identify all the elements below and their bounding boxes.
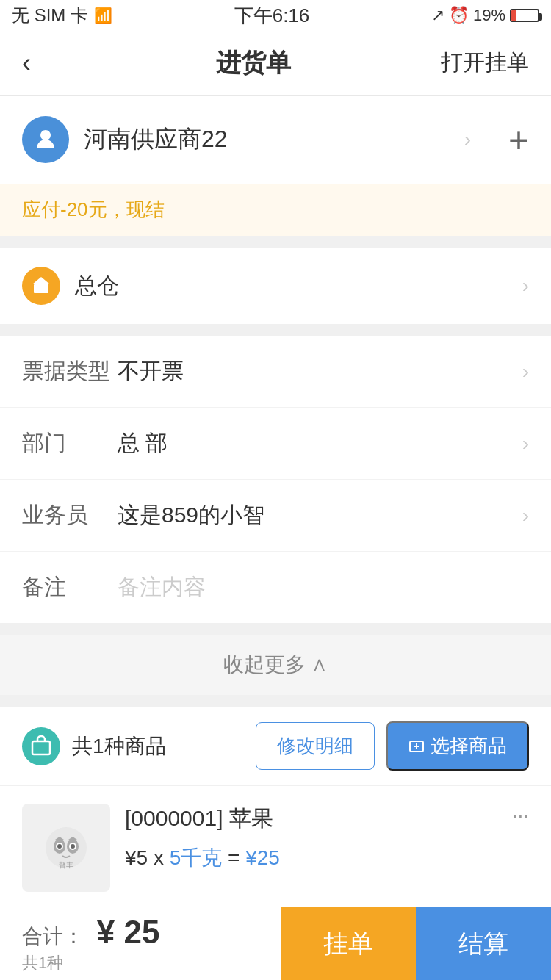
supplier-section: 河南供应商22 › + bbox=[0, 96, 551, 184]
svg-rect-1 bbox=[34, 284, 48, 293]
battery-percent: 19% bbox=[473, 6, 505, 25]
product-more-button[interactable]: ··· bbox=[512, 804, 529, 827]
products-count: 共1种商品 bbox=[72, 732, 244, 760]
notice-bar: 应付-20元，现结 bbox=[0, 184, 551, 236]
select-product-label: 选择商品 bbox=[431, 733, 507, 759]
products-icon bbox=[22, 727, 60, 765]
invoice-type-row[interactable]: 票据类型 不开票 › bbox=[0, 336, 551, 408]
warehouse-icon bbox=[22, 267, 60, 305]
invoice-value: 不开票 bbox=[118, 356, 515, 386]
svg-marker-2 bbox=[32, 277, 50, 284]
staff-label: 业务员 bbox=[22, 500, 118, 530]
staff-row[interactable]: 业务员 这是859的小智 › bbox=[0, 480, 551, 552]
alarm-icon: ⏰ bbox=[449, 6, 469, 25]
page-title: 进货单 bbox=[216, 46, 291, 80]
svg-point-0 bbox=[40, 130, 51, 140]
wifi-icon: 📶 bbox=[94, 7, 112, 24]
svg-rect-3 bbox=[32, 741, 50, 754]
dept-row[interactable]: 部门 总 部 › bbox=[0, 408, 551, 480]
remark-row[interactable]: 备注 备注内容 bbox=[0, 552, 551, 623]
product-info: [0000001] 苹果 ¥5 x 5千克 = ¥25 bbox=[125, 804, 497, 872]
price-equals: = bbox=[228, 846, 245, 869]
chevron-right-icon: › bbox=[522, 432, 529, 455]
supplier-name: 河南供应商22 bbox=[84, 123, 457, 156]
hang-button[interactable]: 挂单 bbox=[281, 907, 416, 981]
supplier-avatar bbox=[22, 116, 69, 163]
warehouse-selector[interactable]: 总仓 › bbox=[0, 248, 551, 324]
price-unit: ¥5 x bbox=[125, 846, 170, 869]
product-price: ¥5 x 5千克 = ¥25 bbox=[125, 844, 497, 872]
chevron-right-icon: › bbox=[464, 128, 471, 151]
svg-point-10 bbox=[57, 844, 62, 849]
product-thumbnail: 督丰 bbox=[22, 804, 110, 892]
dept-value: 总 部 bbox=[118, 428, 515, 458]
price-quantity: 5千克 bbox=[170, 846, 223, 869]
checkout-button[interactable]: 结算 bbox=[416, 907, 551, 981]
staff-value: 这是859的小智 bbox=[118, 500, 515, 530]
status-bar: 无 SIM 卡 📶 下午6:16 ↗ ⏰ 19% bbox=[0, 0, 551, 31]
svg-point-11 bbox=[71, 844, 75, 849]
warehouse-section: 总仓 › bbox=[0, 248, 551, 324]
product-title: 苹果 bbox=[229, 806, 273, 830]
battery-icon bbox=[510, 9, 539, 22]
back-button[interactable]: ‹ bbox=[22, 48, 66, 79]
remark-label: 备注 bbox=[22, 572, 118, 602]
chevron-right-icon: › bbox=[522, 274, 529, 298]
location-icon: ↗ bbox=[431, 6, 444, 25]
total-count: 共1种 bbox=[22, 952, 259, 974]
add-supplier-button[interactable]: + bbox=[486, 96, 551, 184]
price-total: ¥25 bbox=[245, 846, 280, 869]
total-section: 合计： ¥ 25 共1种 bbox=[0, 914, 281, 974]
status-right: ↗ ⏰ 19% bbox=[431, 6, 539, 25]
product-item: 督丰 [0000001] 苹果 ¥5 x 5千克 = ¥25 ··· bbox=[0, 786, 551, 909]
chevron-right-icon: › bbox=[522, 360, 529, 383]
products-section: 共1种商品 修改明细 选择商品 督丰 bbox=[0, 707, 551, 909]
status-left: 无 SIM 卡 📶 bbox=[12, 4, 112, 27]
svg-text:督丰: 督丰 bbox=[59, 861, 73, 869]
open-hang-button[interactable]: 打开挂单 bbox=[441, 48, 529, 78]
status-time: 下午6:16 bbox=[234, 3, 310, 29]
bottom-bar: 合计： ¥ 25 共1种 挂单 结算 bbox=[0, 907, 551, 980]
total-amount: ¥ 25 bbox=[97, 914, 160, 950]
edit-detail-button[interactable]: 修改明细 bbox=[256, 722, 375, 770]
products-header: 共1种商品 修改明细 选择商品 bbox=[0, 707, 551, 786]
supplier-selector[interactable]: 河南供应商22 › bbox=[0, 96, 486, 184]
invoice-label: 票据类型 bbox=[22, 356, 118, 386]
dept-label: 部门 bbox=[22, 428, 118, 458]
product-name: [0000001] 苹果 bbox=[125, 804, 497, 834]
chevron-right-icon: › bbox=[522, 504, 529, 527]
nav-bar: ‹ 进货单 打开挂单 bbox=[0, 31, 551, 96]
select-product-button[interactable]: 选择商品 bbox=[386, 721, 529, 771]
total-label: 合计： bbox=[22, 925, 84, 948]
warehouse-name: 总仓 bbox=[75, 271, 515, 301]
product-code: [0000001] bbox=[125, 806, 229, 830]
collapse-button[interactable]: 收起更多 ∧ bbox=[0, 635, 551, 695]
form-section: 票据类型 不开票 › 部门 总 部 › 业务员 这是859的小智 › 备注 备注… bbox=[0, 336, 551, 623]
remark-input[interactable]: 备注内容 bbox=[118, 572, 529, 602]
sim-label: 无 SIM 卡 bbox=[12, 4, 88, 27]
